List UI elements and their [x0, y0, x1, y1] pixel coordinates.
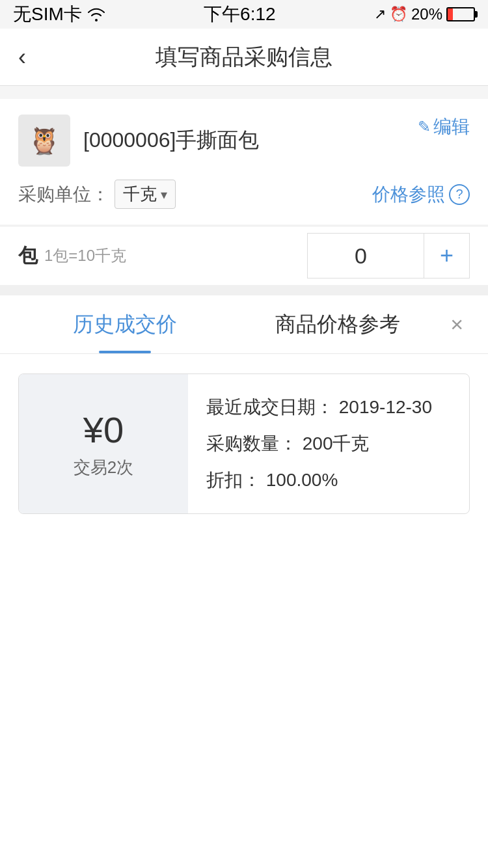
product-unit-row: 采购单位： 千克 ▾ 价格参照 ? — [18, 180, 470, 209]
quantity-section: 包 1包=10千克 + — [0, 226, 488, 285]
edit-icon: ✎ — [418, 118, 431, 136]
battery-icon — [446, 7, 475, 21]
discount-label: 折扣： — [206, 470, 261, 490]
status-carrier: 无SIM卡 — [13, 2, 105, 27]
price-card-left: ¥0 交易2次 — [19, 374, 188, 513]
edit-button[interactable]: ✎ 编辑 — [418, 115, 470, 139]
battery-percent: 20% — [411, 5, 442, 23]
product-name: [0000006]手撕面包 — [83, 126, 259, 155]
page-title: 填写商品采购信息 — [156, 42, 332, 72]
quantity-row: 包 1包=10千克 + — [18, 226, 470, 285]
price-transactions: 交易2次 — [74, 456, 133, 479]
tab-history-price[interactable]: 历史成交价 — [18, 295, 231, 353]
status-right: ↗ ⏰ 20% — [374, 5, 475, 23]
page-bottom — [0, 534, 488, 868]
quantity-row-detail: 采购数量： 200千克 — [206, 431, 451, 456]
help-icon: ? — [449, 184, 470, 205]
product-info: 🦉 [0000006]手撕面包 — [18, 115, 259, 167]
recent-date-value: 2019-12-30 — [339, 397, 432, 417]
tabs-section: 历史成交价 商品价格参考 × ¥0 交易2次 最近成交日期： 2019-12-3… — [0, 295, 488, 534]
quantity-plus-button[interactable]: + — [424, 233, 470, 278]
price-history-content: ¥0 交易2次 最近成交日期： 2019-12-30 采购数量： 200千克 折… — [0, 354, 488, 534]
discount-row: 折扣： 100.00% — [206, 468, 451, 493]
tab-product-label: 商品价格参考 — [275, 310, 400, 339]
carrier-text: 无SIM卡 — [13, 2, 82, 27]
tab-history-label: 历史成交价 — [73, 310, 177, 339]
product-card: 🦉 [0000006]手撕面包 ✎ 编辑 采购单位： 千克 ▾ 价格参照 ? — [0, 99, 488, 224]
location-icon: ↗ — [374, 6, 386, 23]
wifi-icon — [87, 7, 105, 21]
alarm-icon: ⏰ — [390, 6, 407, 23]
tabs-close-button[interactable]: × — [444, 305, 470, 344]
quantity-detail-value: 200千克 — [303, 433, 370, 454]
section-divider — [0, 285, 488, 295]
product-header: 🦉 [0000006]手撕面包 ✎ 编辑 — [18, 115, 470, 167]
unit-dropdown[interactable]: 千克 ▾ — [115, 180, 176, 209]
price-ref-button[interactable]: 价格参照 ? — [372, 182, 470, 207]
status-time: 下午6:12 — [204, 2, 276, 27]
back-button[interactable]: ‹ — [18, 44, 26, 71]
unit-label: 采购单位： 千克 ▾ — [18, 180, 176, 209]
tab-product-price[interactable]: 商品价格参考 — [231, 295, 444, 353]
discount-value: 100.00% — [266, 470, 338, 490]
unit-badge: 包 — [18, 243, 38, 269]
recent-date-row: 最近成交日期： 2019-12-30 — [206, 395, 451, 420]
recent-date-label: 最近成交日期： — [206, 397, 334, 417]
quantity-detail-label: 采购数量： — [206, 433, 297, 454]
price-card-right: 最近成交日期： 2019-12-30 采购数量： 200千克 折扣： 100.0… — [188, 374, 469, 513]
price-amount: ¥0 — [83, 409, 124, 451]
price-card: ¥0 交易2次 最近成交日期： 2019-12-30 采购数量： 200千克 折… — [18, 373, 470, 514]
tab-active-indicator — [99, 351, 151, 353]
product-image-icon: 🦉 — [28, 126, 61, 156]
nav-bar: ‹ 填写商品采购信息 — [0, 29, 488, 86]
quantity-input-group: + — [307, 233, 470, 278]
product-thumbnail: 🦉 — [18, 115, 70, 167]
tabs-header: 历史成交价 商品价格参考 × — [0, 295, 488, 354]
status-bar: 无SIM卡 下午6:12 ↗ ⏰ 20% — [0, 0, 488, 29]
dropdown-arrow-icon: ▾ — [161, 187, 167, 202]
quantity-unit-info: 包 1包=10千克 — [18, 243, 126, 269]
quantity-input[interactable] — [307, 233, 424, 278]
unit-ratio: 1包=10千克 — [44, 245, 126, 266]
